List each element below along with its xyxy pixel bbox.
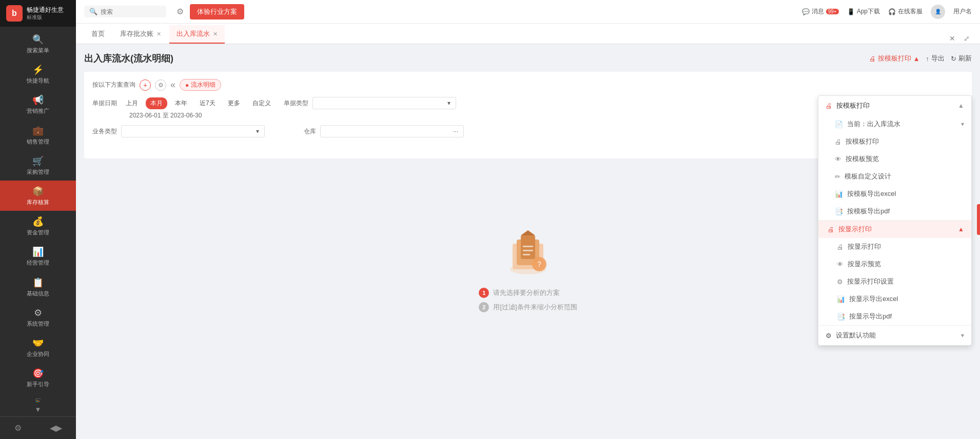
dropdown-display-export-excel[interactable]: 📊 按显示导出excel: [818, 290, 971, 308]
design-icon: ✏: [835, 173, 840, 181]
plus-icon: +: [143, 81, 147, 89]
sidebar-scroll-down[interactable]: ▼: [0, 403, 76, 416]
filter-label: 按以下方案查询: [92, 81, 135, 89]
search-icon: 🔍: [32, 34, 44, 45]
app-logo-icon: b: [6, 5, 23, 22]
dropdown-display-export-pdf[interactable]: 📑 按显示导出pdf: [818, 308, 971, 325]
filter-tag-active[interactable]: ● 流水明细: [180, 79, 221, 91]
date-btn-current-month[interactable]: 本月: [146, 97, 167, 109]
tab-stock-flow-close[interactable]: ✕: [213, 31, 218, 37]
dropdown-template-export-excel[interactable]: 📊 按模板导出excel: [818, 185, 971, 203]
pdf-icon: 📑: [837, 313, 845, 321]
sidebar-item-basic-info[interactable]: 📋 基础信息: [0, 272, 76, 302]
collapse-sidebar-btn[interactable]: ◀▶: [46, 421, 66, 435]
chevron-up-icon: ▲: [958, 102, 964, 109]
gear-icon[interactable]: ⚙: [177, 7, 184, 16]
filter-settings-btn[interactable]: ⚙: [155, 79, 166, 91]
export-btn[interactable]: ↑ 导出: [926, 54, 945, 63]
date-filter-label: 单据日期: [92, 99, 117, 108]
excel-icon: 📊: [835, 190, 843, 198]
date-btn-more[interactable]: 更多: [223, 97, 245, 109]
more-icon: ···: [453, 128, 458, 135]
tabbar-right: ✕ ⤢: [947, 33, 972, 44]
right-edge-indicator[interactable]: [977, 204, 980, 235]
svg-marker-4: [521, 230, 535, 235]
sidebar-item-operations[interactable]: 📊 经营管理: [0, 241, 76, 271]
dropdown-display-print[interactable]: 🖨 按显示打印: [818, 238, 971, 255]
sidebar-logo: b 畅捷通好生意 标准版: [0, 0, 76, 27]
business-type-select[interactable]: ▾: [121, 125, 265, 137]
tab-inventory-batch-close[interactable]: ✕: [156, 31, 161, 37]
dropdown-template-export-pdf[interactable]: 📑 按模板导出pdf: [818, 203, 971, 220]
sidebar-item-guide[interactable]: 🎯 新手引导: [0, 363, 76, 393]
dropdown-panel: 🖨 按模板打印 ▲ 📄 当前：出入库流水 ▾ 🖨 按模板打印: [818, 95, 972, 346]
filter-add-btn[interactable]: +: [140, 79, 151, 91]
online-service-btn[interactable]: 🎧 在线客服: [888, 7, 923, 16]
date-btn-7days[interactable]: 近7天: [195, 97, 220, 109]
dropdown-footer[interactable]: ⚙ 设置默认功能 ▾: [818, 326, 971, 345]
chevron-up-icon: ▲: [913, 55, 920, 63]
dropdown-template-custom[interactable]: ✏ 模板自定义设计: [818, 168, 971, 185]
sidebar-nav: 🔍 搜索菜单 ⚡ 快捷导航 📢 营销推广 💼 销售管理 🛒 采购管理 📦: [0, 27, 76, 403]
warehouse-select[interactable]: ···: [320, 125, 464, 137]
sidebar-item-app-center[interactable]: 📱 应用中心: [0, 393, 76, 403]
default-icon: ⚙: [826, 332, 832, 340]
sidebar-item-finance[interactable]: 💰 资金管理: [0, 211, 76, 241]
template-print-header[interactable]: 🖨 按模板打印 ▲: [818, 96, 971, 115]
dropdown-template-preview[interactable]: 👁 按模板预览: [818, 150, 971, 168]
refresh-btn[interactable]: ↻ 刷新: [951, 54, 972, 63]
display-print-header[interactable]: 🖨 按显示打印 ▲: [818, 221, 971, 238]
sidebar-item-marketing[interactable]: 📢 营销推广: [0, 89, 76, 119]
tab-stock-flow[interactable]: 出入库流水 ✕: [169, 25, 225, 44]
sidebar-item-quick-nav[interactable]: ⚡ 快捷导航: [0, 59, 76, 89]
sidebar-item-enterprise-collab[interactable]: 🤝 企业协同: [0, 332, 76, 363]
close-window-btn[interactable]: ✕: [947, 33, 957, 44]
svg-rect-6: [523, 250, 533, 251]
doc-type-select[interactable]: ▾: [312, 97, 456, 109]
settings-bottom-btn[interactable]: ⚙: [10, 421, 26, 435]
tab-inventory-batch-label: 库存批次账: [120, 29, 153, 38]
display-print-title: 🖨 按显示打印: [828, 225, 872, 234]
sidebar-item-sales[interactable]: 💼 销售管理: [0, 120, 76, 150]
warehouse-label: 仓库: [304, 127, 316, 136]
sidebar-item-label: 快捷导航: [27, 77, 49, 84]
sidebar-item-system[interactable]: ⚙ 系统管理: [0, 302, 76, 332]
pdf-icon: 📑: [835, 208, 843, 215]
trial-button[interactable]: 体验行业方案: [190, 4, 244, 19]
display-printer-icon: 🖨: [828, 226, 834, 233]
dropdown-display-settings[interactable]: ⚙ 按显示打印设置: [818, 273, 971, 290]
sidebar-item-label: 营销推广: [27, 108, 49, 114]
date-btn-current-year[interactable]: 本年: [170, 97, 192, 109]
message-btn[interactable]: 💬 消息 99+: [802, 7, 839, 16]
sidebar-item-label: 基础信息: [27, 290, 49, 297]
app-download-btn[interactable]: 📱 App下载: [847, 7, 880, 16]
message-icon: 💬: [802, 8, 810, 15]
tab-inventory-batch[interactable]: 库存批次账 ✕: [113, 25, 168, 44]
filter-business-item: 业务类型 ▾: [92, 125, 265, 137]
filter-collapse-btn[interactable]: «: [170, 79, 175, 90]
sidebar-item-purchase[interactable]: 🛒 采购管理: [0, 150, 76, 181]
date-filter: 上月 本月 本年 近7天 更多 自定义: [121, 97, 276, 109]
maximize-window-btn[interactable]: ⤢: [962, 33, 972, 44]
system-icon: ⚙: [34, 307, 42, 318]
date-btn-custom[interactable]: 自定义: [248, 97, 276, 109]
printer-icon: 🖨: [826, 102, 832, 110]
dropdown-display-preview[interactable]: 👁 按显示预览: [818, 255, 971, 273]
dropdown-template-print[interactable]: 🖨 按模板打印: [818, 133, 971, 150]
topbar-search-box[interactable]: 🔍: [84, 6, 166, 17]
sidebar-item-inventory[interactable]: 📦 库存核算: [0, 181, 76, 211]
topbar-right: 💬 消息 99+ 📱 App下载 🎧 在线客服 👤 用户名: [802, 5, 972, 19]
quick-nav-icon: ⚡: [32, 64, 44, 75]
filter-config-icon: ⚙: [158, 82, 164, 89]
print-template-btn[interactable]: 🖨 按模板打印 ▲: [869, 54, 920, 63]
collab-icon: 🤝: [32, 337, 44, 349]
step-2-text: 用[过滤]条件来缩小分析范围: [493, 303, 577, 312]
refresh-icon: ↻: [951, 55, 956, 63]
dropdown-current-template[interactable]: 📄 当前：出入库流水 ▾: [818, 115, 971, 133]
avatar[interactable]: 👤: [931, 5, 945, 19]
search-input[interactable]: [101, 8, 152, 15]
date-btn-last-month[interactable]: 上月: [121, 97, 143, 109]
sidebar-item-search[interactable]: 🔍 搜索菜单: [0, 29, 76, 59]
tab-home[interactable]: 首页: [84, 25, 112, 44]
app-center-icon: 📱: [32, 398, 44, 403]
